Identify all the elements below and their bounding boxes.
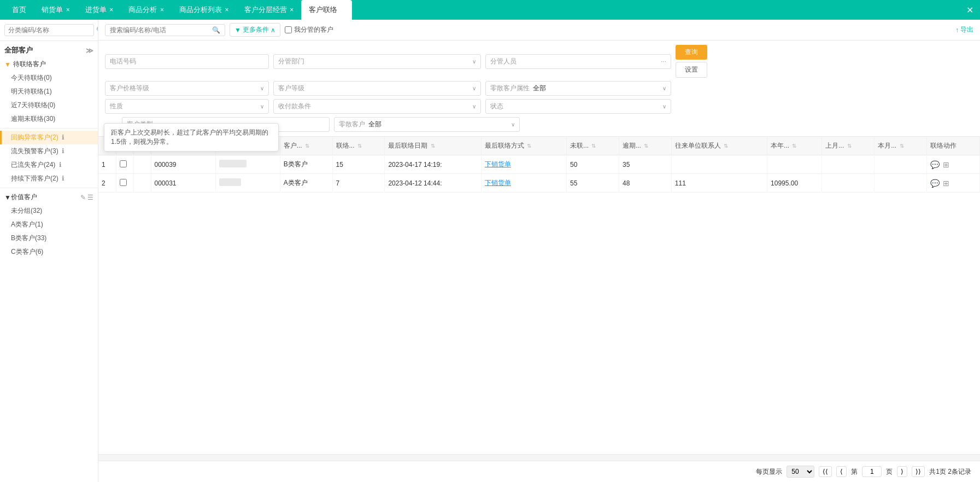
sidebar-item-tomorrow[interactable]: 明天待联络(1) [0,85,98,98]
filter-gender[interactable]: 性质 ∨ [105,99,269,114]
col-last-contact-method[interactable]: 最后联络方式 ⇅ [481,137,566,155]
sort-this-month-icon[interactable]: ⇅ [900,143,904,149]
price-level-dropdown-icon[interactable]: ∨ [260,85,264,91]
col-company-contact[interactable]: 往来单位联系人 ⇅ [671,137,767,155]
sidebar-group-value[interactable]: ▼ 价值客户 ✎ ☰ [0,190,98,204]
sort-overdue-icon[interactable]: ⇅ [644,143,648,149]
sort-contacts-icon[interactable]: ⇅ [357,143,362,149]
sidebar-item-today[interactable]: 今天待联络(0) [0,71,98,85]
status-dropdown-icon[interactable]: ∨ [662,103,666,109]
page-suffix: 页 [886,467,893,477]
row2-checkbox[interactable] [120,179,127,186]
first-page-btn[interactable]: ⟨⟨ [819,466,832,477]
sidebar-item-loss-warning[interactable]: 流失预警客户(3) ℹ [0,144,98,158]
cell-last-contact-method-2[interactable]: 下销货单 [481,174,566,193]
grid-icon-1[interactable]: ⊞ [943,160,949,169]
setting-btn[interactable]: 设置 [676,62,707,78]
filter-manager[interactable]: 分管人员 ··· [485,54,671,69]
filter-price-level[interactable]: 客户价格等级 ∨ [105,81,269,96]
sort-unreached-icon[interactable]: ⇅ [591,143,596,149]
row1-checkbox[interactable] [120,160,127,167]
sidebar-search-input[interactable] [4,24,94,36]
page-number-input[interactable] [862,466,882,477]
col-this-year[interactable]: 本年... ⇅ [767,137,822,155]
nav-analysis-list[interactable]: 商品分析列表 × [172,0,237,20]
next-page-btn[interactable]: ⟩ [897,466,907,477]
filter-customer-level[interactable]: 客户等级 ∨ [273,81,481,96]
sort-date-icon[interactable]: ⇅ [431,143,435,149]
nav-customer-contact-close[interactable]: × [341,6,344,14]
nav-home[interactable]: 首页 [4,0,34,20]
sidebar-item-b-class[interactable]: B类客户(33) [0,231,98,245]
chat-icon-2[interactable]: 💬 [930,179,940,188]
nav-analysis-list-close[interactable]: × [225,6,229,14]
nav-purchase[interactable]: 进货单 × [78,0,121,20]
col-last-contact-date[interactable]: 最后联络日期 ⇅ [385,137,481,155]
sidebar-item-overdue[interactable]: 逾期未联络(30) [0,112,98,126]
nav-sales[interactable]: 销货单 × [34,0,78,20]
sort-company-contact-icon[interactable]: ⇅ [724,143,728,149]
cell-checkbox-2[interactable] [116,174,133,193]
filter-manager-label: 分管人员 [490,57,517,66]
manager-dots[interactable]: ··· [661,57,666,65]
payment-dropdown-icon[interactable]: ∨ [472,103,476,109]
col-last-month[interactable]: 上月... ⇅ [822,137,875,155]
filter-price-level-label: 客户价格等级 [110,84,149,93]
sort-last-month-icon[interactable]: ⇅ [847,143,852,149]
filter-dept[interactable]: 分管部门 ∨ [273,54,481,69]
col-overdue[interactable]: 逾期... ⇅ [619,137,671,155]
retail-customer-dropdown-icon[interactable]: ∨ [511,121,515,127]
query-btn[interactable]: 查询 [676,45,707,60]
nav-purchase-close[interactable]: × [109,6,113,14]
sort-method-icon[interactable]: ⇅ [527,143,531,149]
customer-level-dropdown-icon[interactable]: ∨ [472,85,476,91]
my-customer-checkbox[interactable] [285,26,292,33]
sort-category-icon[interactable]: ⇅ [305,143,309,149]
chat-icon-1[interactable]: 💬 [930,160,940,169]
nav-customer-contact[interactable]: 客户联络 × [301,0,352,20]
filter-payment[interactable]: 收付款条件 ∨ [273,99,481,114]
filter-retail-attr[interactable]: 零散客户属性 全部 ∨ [485,81,671,96]
sidebar-item-c-class[interactable]: C类客户(6) [0,245,98,259]
window-close-icon[interactable]: ✕ [966,5,973,15]
cell-last-contact-method-1[interactable]: 下销货单 [481,155,566,174]
collapse-icon[interactable]: ≫ [86,47,93,55]
sidebar-group-waiting[interactable]: ▼ 待联络客户 [0,57,98,71]
dept-dropdown-icon[interactable]: ∨ [472,59,476,65]
value-edit-icons[interactable]: ✎ ☰ [80,194,93,201]
horizontal-scrollbar[interactable] [98,454,980,461]
nav-analysis[interactable]: 商品分析 × [121,0,172,20]
sidebar-item-a-class[interactable]: A类客户(1) [0,218,98,231]
sidebar-item-repurchase-abnormal[interactable]: 回购异常客户(2) ℹ [0,131,98,144]
nav-customer-tier-close[interactable]: × [290,6,294,14]
sidebar-item-lost[interactable]: 已流失客户(24) ℹ [0,158,98,172]
nav-analysis-close[interactable]: × [160,6,164,14]
col-this-month[interactable]: 本月... ⇅ [875,137,927,155]
filter-phone[interactable]: 电话号码 [105,54,269,69]
filter-status[interactable]: 状态 ∨ [485,99,671,114]
contact-method-link-2[interactable]: 下销货单 [485,179,511,187]
contact-method-link-1[interactable]: 下销货单 [485,160,511,168]
sidebar-item-7days[interactable]: 近7天待联络(0) [0,98,98,112]
filter-retail-customer[interactable]: 零散客户 全部 ∨ [334,117,520,132]
retail-attr-dropdown-icon[interactable]: ∨ [662,85,666,91]
gender-dropdown-icon[interactable]: ∨ [260,103,264,109]
nav-customer-tier[interactable]: 客户分层经营 × [237,0,302,20]
sidebar-item-ungroup[interactable]: 未分组(32) [0,204,98,218]
cell-checkbox-1[interactable] [116,155,133,174]
col-category[interactable]: 客户... ⇅ [280,137,332,155]
filter-search-icon[interactable]: 🔍 [212,26,220,34]
col-unreached[interactable]: 未联... ⇅ [567,137,619,155]
nav-sales-close[interactable]: × [66,6,70,14]
grid-icon-2[interactable]: ⊞ [943,179,949,188]
sidebar-item-declining[interactable]: 持续下滑客户(2) ℹ [0,172,98,185]
col-contacts[interactable]: 联络... ⇅ [332,137,385,155]
my-customer-checkbox-label[interactable]: 我分管的客户 [285,25,333,34]
more-conditions-btn[interactable]: ▼ 更多条件 ∧ [230,23,280,37]
sort-this-year-icon[interactable]: ⇅ [792,143,796,149]
export-btn[interactable]: ↑ 导出 [955,25,973,34]
last-page-btn[interactable]: ⟩⟩ [912,466,925,477]
per-page-select[interactable]: 10 20 50 100 [787,466,814,478]
filter-search-input[interactable] [110,26,212,34]
prev-page-btn[interactable]: ⟨ [836,466,847,477]
